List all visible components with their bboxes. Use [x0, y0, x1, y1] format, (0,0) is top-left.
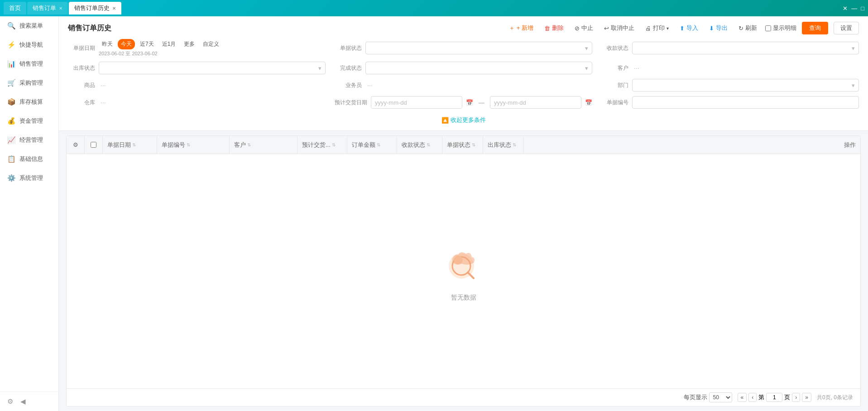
th-date-sort-icon[interactable]: ⇅ — [132, 142, 136, 147]
th-amount[interactable]: 订单金额 ⇅ — [347, 136, 397, 154]
first-page-btn[interactable]: « — [738, 393, 747, 402]
salesperson-dots-btn[interactable]: ··· — [365, 81, 374, 90]
content-area: 销售订单历史 ＋ + 新增 🗑 删除 ⊘ 中止 ↩ — [59, 16, 868, 411]
date-today-btn[interactable]: 今天 — [118, 39, 135, 49]
th-no-sort-icon[interactable]: ⇅ — [187, 142, 190, 147]
th-delivery[interactable]: 预计交货... ⇅ — [297, 136, 347, 154]
empty-state: 暂无数据 — [67, 154, 860, 388]
sidebar-item-sales-mgmt[interactable]: 📊 销售管理 — [0, 54, 58, 73]
th-settings[interactable]: ⚙ — [67, 136, 85, 154]
tab-sales-order-history[interactable]: 销售订单历史 ✕ — [69, 2, 121, 15]
page-title-row: 销售订单历史 ＋ + 新增 🗑 删除 ⊘ 中止 ↩ — [68, 22, 859, 34]
stop-button[interactable]: ⊘ 中止 — [572, 22, 596, 34]
order-no-input[interactable] — [632, 96, 859, 109]
tab-sales-order-close[interactable]: ✕ — [59, 6, 62, 11]
current-page-input[interactable] — [766, 393, 782, 402]
sidebar-item-system-mgmt[interactable]: ⚙️ 系统管理 — [0, 169, 58, 188]
refresh-button[interactable]: ↻ 刷新 — [736, 22, 760, 34]
th-date[interactable]: 单据日期 ⇅ — [103, 136, 157, 154]
department-chevron-icon: ▾ — [852, 82, 855, 89]
complete-status-select[interactable]: ▾ — [365, 62, 592, 74]
date-yesterday-btn[interactable]: 昨天 — [99, 39, 116, 49]
sidebar-item-operations-mgmt[interactable]: 📈 经营管理 — [0, 131, 58, 150]
tab-home[interactable]: 首页 — [4, 2, 26, 15]
filter-row-3: 商品 ··· 业务员 ··· 部门 ▾ — [68, 79, 859, 92]
per-page-select[interactable]: 50 10 20 100 — [709, 392, 732, 402]
date-7days-btn[interactable]: 近7天 — [137, 39, 157, 49]
date-custom-btn[interactable]: 自定义 — [200, 39, 222, 49]
sales-mgmt-icon: 📊 — [7, 60, 16, 68]
sidebar-item-purchase-mgmt[interactable]: 🛒 采购管理 — [0, 73, 58, 92]
sidebar-item-quick-nav[interactable]: ⚡ 快捷导航 — [0, 35, 58, 54]
th-payment-sort-icon[interactable]: ⇅ — [427, 142, 430, 147]
th-amount-label: 订单金额 — [352, 141, 375, 149]
toolbar: ＋ + 新增 🗑 删除 ⊘ 中止 ↩ 取消中止 — [506, 22, 859, 34]
payment-status-select[interactable]: ▾ — [632, 42, 859, 54]
date-label: 单据日期 — [68, 44, 95, 52]
filter-date: 单据日期 昨天 今天 近7天 近1月 更多 自定义 2023-06-02 — [68, 39, 326, 57]
th-no-label: 单据编号 — [162, 141, 185, 149]
last-page-btn[interactable]: » — [802, 393, 811, 402]
import-button[interactable]: ⬆ 导入 — [677, 22, 701, 34]
print-button[interactable]: 🖨 打印 ▾ — [643, 22, 671, 34]
sidebar-item-basic-info[interactable]: 📋 基础信息 — [0, 150, 58, 169]
out-status-select[interactable]: ▾ — [99, 62, 326, 74]
system-mgmt-icon: ⚙️ — [7, 174, 16, 182]
th-order-status-sort-icon[interactable]: ⇅ — [472, 142, 475, 147]
department-select[interactable]: ▾ — [632, 79, 859, 92]
stop-icon: ⊘ — [575, 25, 580, 32]
export-icon: ⬇ — [709, 25, 714, 32]
delivery-date-start-placeholder: yyyy-mm-dd — [375, 99, 407, 106]
date-1month-btn[interactable]: 近1月 — [159, 39, 179, 49]
sidebar-item-inventory-calc[interactable]: 📦 库存核算 — [0, 92, 58, 111]
tab-sales-order-history-close[interactable]: ✕ — [112, 6, 116, 11]
date-more-btn[interactable]: 更多 — [181, 39, 198, 49]
th-check[interactable] — [85, 136, 103, 154]
collapse-row[interactable]: 🔼 收起更多条件 — [68, 113, 859, 125]
warehouse-dots-btn[interactable]: ··· — [99, 98, 108, 107]
th-delivery-sort-icon[interactable]: ⇅ — [332, 142, 336, 147]
tab-sales-order[interactable]: 销售订单 ✕ — [27, 2, 68, 15]
delivery-date-end-input[interactable]: yyyy-mm-dd — [490, 96, 581, 109]
order-status-chevron-icon: ▾ — [585, 45, 588, 52]
th-amount-sort-icon[interactable]: ⇅ — [377, 142, 380, 147]
prev-page-btn[interactable]: ‹ — [748, 393, 757, 402]
th-no[interactable]: 单据编号 ⇅ — [157, 136, 230, 154]
th-out-status[interactable]: 出库状态 ⇅ — [483, 136, 524, 154]
filter-delivery-date: 预计交货日期 yyyy-mm-dd 📅 — yyyy-mm-dd 📅 — [326, 96, 592, 109]
sidebar-item-operations-mgmt-label: 经营管理 — [19, 136, 43, 144]
query-button[interactable]: 查询 — [802, 22, 828, 34]
sidebar-collapse-icon[interactable]: ◀ — [20, 397, 26, 406]
th-customer-sort-icon[interactable]: ⇅ — [247, 142, 251, 147]
next-page-btn[interactable]: › — [792, 393, 800, 402]
calendar-end-icon[interactable]: 📅 — [585, 99, 592, 106]
select-all-checkbox[interactable] — [91, 142, 96, 148]
cancel-stop-icon: ↩ — [604, 25, 609, 32]
date-dash: — — [477, 99, 486, 106]
sidebar-settings-icon[interactable]: ⚙ — [7, 397, 13, 406]
table-header: ⚙ 单据日期 ⇅ 单据编号 ⇅ 客户 ⇅ 预计交货... — [67, 136, 860, 154]
topbar-minimize-btn[interactable]: — — [851, 5, 857, 12]
calendar-start-icon[interactable]: 📅 — [466, 99, 473, 106]
sidebar-item-search-menu[interactable]: 🔍 搜索菜单 — [0, 16, 58, 35]
delivery-date-start-input[interactable]: yyyy-mm-dd — [371, 96, 462, 109]
settings-button[interactable]: 设置 — [834, 22, 859, 34]
export-button[interactable]: ⬇ 导出 — [706, 22, 730, 34]
show-detail-checkbox[interactable] — [765, 25, 771, 31]
th-out-status-sort-icon[interactable]: ⇅ — [513, 142, 516, 147]
order-status-select[interactable]: ▾ — [365, 42, 592, 54]
th-order-status[interactable]: 单据状态 ⇅ — [442, 136, 483, 154]
th-payment-status[interactable]: 收款状态 ⇅ — [397, 136, 442, 154]
th-customer[interactable]: 客户 ⇅ — [230, 136, 297, 154]
customer-dots-btn[interactable]: ··· — [632, 63, 641, 73]
print-icon: 🖨 — [645, 25, 651, 32]
product-dots-btn[interactable]: ··· — [99, 81, 108, 90]
topbar-close-btn[interactable]: ✕ — [843, 5, 848, 12]
filter-area: 销售订单历史 ＋ + 新增 🗑 删除 ⊘ 中止 ↩ — [59, 16, 868, 131]
quick-nav-icon: ⚡ — [7, 41, 16, 49]
topbar-maximize-btn[interactable]: □ — [861, 5, 864, 12]
sidebar-item-fund-mgmt[interactable]: 💰 资金管理 — [0, 111, 58, 131]
new-button[interactable]: ＋ + 新增 — [506, 22, 536, 34]
cancel-stop-button[interactable]: ↩ 取消中止 — [601, 22, 637, 34]
delete-button[interactable]: 🗑 删除 — [542, 22, 566, 34]
